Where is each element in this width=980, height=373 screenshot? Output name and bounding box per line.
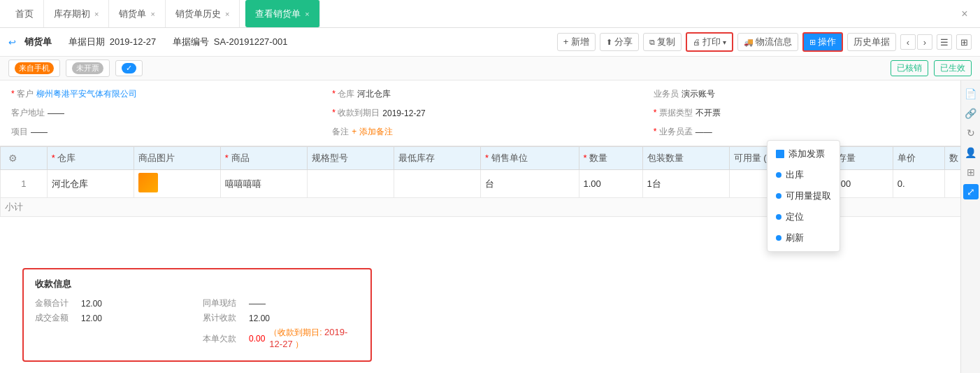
sidebar-document-icon[interactable]: 📄 xyxy=(963,86,979,101)
cumulative-label: 累计收款 xyxy=(203,312,245,324)
nav-arrows: ‹ › xyxy=(900,34,932,50)
tab-sales-history[interactable]: 销货单历史 × xyxy=(166,0,240,27)
prev-button[interactable]: ‹ xyxy=(900,34,916,50)
staff-row: 业务员 演示账号 xyxy=(654,86,969,102)
warehouse-label: 仓库 xyxy=(332,88,354,100)
sidebar-link-icon[interactable]: 🔗 xyxy=(963,106,979,121)
payment-section: 收款信息 金额合计 12.00 成交金额 12.00 xyxy=(22,268,372,362)
cumulative-payment-row: 累计收款 12.00 xyxy=(203,311,359,325)
locate-icon xyxy=(776,214,781,220)
address-value: —— xyxy=(48,108,64,118)
payment-left: 金额合计 12.00 成交金额 12.00 xyxy=(35,296,192,352)
available-qty-icon xyxy=(776,193,781,199)
secondary-toolbar: 来自手机 未开票 ✓ 已核销 已生效 xyxy=(0,57,980,80)
close-button[interactable]: × xyxy=(955,4,974,24)
payment-grid: 金额合计 12.00 成交金额 12.00 同单现结 —— xyxy=(35,296,359,352)
customer-label: 客户 xyxy=(11,88,34,100)
add-invoice-icon xyxy=(776,150,784,158)
status-buttons: 已核销 已生效 xyxy=(891,60,972,76)
settings-icon[interactable]: ⚙ xyxy=(5,150,20,166)
confirm-button[interactable]: ✓ xyxy=(115,60,143,76)
add-invoice-item[interactable]: 添加发票 xyxy=(768,143,840,164)
sold-status[interactable]: 已核销 xyxy=(891,60,928,76)
outbound-item[interactable]: 出库 xyxy=(768,164,840,185)
operation-button[interactable]: ⊞ 操作 xyxy=(802,32,843,52)
note-row: 备注 添加备注 xyxy=(332,124,647,140)
staff-value: 演示账号 xyxy=(682,88,715,100)
arrears-value: 0.00 xyxy=(249,334,265,344)
tab-sales[interactable]: 销货单 × xyxy=(109,0,165,27)
note-label: 备注 xyxy=(332,126,349,138)
col-price: 单价 xyxy=(893,147,944,170)
row-product-img xyxy=(134,170,220,198)
tab-inventory[interactable]: 库存期初 × xyxy=(44,0,109,27)
sidebar-rotate-icon[interactable]: ↻ xyxy=(963,125,979,141)
close-inventory-tab[interactable]: × xyxy=(94,10,99,18)
grid-view-button[interactable]: ⊞ xyxy=(956,34,972,50)
new-button[interactable]: + 新增 xyxy=(557,33,596,51)
salesman-label: 业务员孟 xyxy=(654,126,693,138)
project-value: —— xyxy=(31,127,48,137)
ticket-label: 票据类型 xyxy=(654,107,693,119)
arrears-label: 本单欠款 xyxy=(203,333,245,345)
doc-date-label: 单据日期 2019-12-27 xyxy=(69,36,156,48)
confirm-badge: ✓ xyxy=(122,63,136,73)
sidebar-user-icon[interactable]: 👤 xyxy=(963,145,979,160)
customer-row: 客户 柳州粤港平安气体有限公司 xyxy=(11,86,326,102)
col-pack-qty: 包装数量 xyxy=(642,147,729,170)
share-button[interactable]: ⬆ 分享 xyxy=(600,33,639,51)
row-unit: 台 xyxy=(480,170,579,198)
address-row: 客户地址 —— xyxy=(11,105,326,121)
refresh-item[interactable]: 刷新 xyxy=(768,227,840,248)
list-view-button[interactable]: ☰ xyxy=(937,34,952,50)
warehouse-row: 仓库 河北仓库 xyxy=(332,86,647,102)
project-label: 项目 xyxy=(11,126,28,138)
customer-value[interactable]: 柳州粤港平安气体有限公司 xyxy=(36,88,137,100)
col-min-stock: 最低库存 xyxy=(394,147,480,170)
history-button[interactable]: 历史单据 xyxy=(847,33,896,51)
ticket-row: 票据类型 不开票 xyxy=(654,105,969,121)
row-product: 嘻嘻嘻嘻 xyxy=(220,170,307,198)
total-value: 12.00 xyxy=(81,299,102,309)
not-open-badge: 未开票 xyxy=(72,62,103,74)
arrears-row: 本单欠款 0.00 （收款到期日: 2019-12-27 ） xyxy=(203,325,359,352)
deal-amount-value: 12.00 xyxy=(81,314,102,323)
tab-home[interactable]: 首页 xyxy=(6,0,44,27)
address-label: 客户地址 xyxy=(11,107,45,119)
close-view-sales-tab[interactable]: × xyxy=(305,10,309,18)
close-sales-tab[interactable]: × xyxy=(150,10,154,18)
refresh-icon xyxy=(776,235,781,241)
tab-view-sales[interactable]: 查看销货单 × xyxy=(245,0,319,27)
product-image xyxy=(138,173,158,192)
effective-status[interactable]: 已生效 xyxy=(934,60,972,76)
same-order-value: —— xyxy=(249,299,266,309)
row-spec xyxy=(307,170,394,198)
col-product: 商品 xyxy=(220,147,307,170)
main-wrapper: 客户 柳州粤港平安气体有限公司 仓库 河北仓库 业务员 演示账号 客户地址 ——… xyxy=(0,80,980,373)
col-warehouse: 仓库 xyxy=(47,147,134,170)
copy-button[interactable]: ⧉ 复制 xyxy=(643,33,682,51)
ticket-value: 不开票 xyxy=(696,107,721,119)
col-qty: 数量 xyxy=(579,147,642,170)
logistics-button[interactable]: 🚚 物流信息 xyxy=(737,33,798,51)
sidebar-table-icon[interactable]: ⊞ xyxy=(963,164,979,180)
sidebar-expand-icon[interactable]: ⤢ xyxy=(963,184,979,199)
next-button[interactable]: › xyxy=(917,34,932,50)
salesman-row: 业务员孟 —— xyxy=(654,124,969,140)
locate-item[interactable]: 定位 xyxy=(768,206,840,227)
not-open-button[interactable]: 未开票 xyxy=(66,59,110,77)
toolbar-right: + 新增 ⬆ 分享 ⧉ 复制 🖨 打印 ▾ 🚚 物流信息 ⊞ 操作 xyxy=(557,32,972,52)
close-sales-history-tab[interactable]: × xyxy=(225,10,229,18)
add-note-button[interactable]: 添加备注 xyxy=(352,126,392,138)
same-order-label: 同单现结 xyxy=(203,297,245,309)
staff-label: 业务员 xyxy=(654,88,679,100)
operation-dropdown: 添加发票 出库 可用量提取 定位 刷新 xyxy=(767,140,840,252)
row-price: 0. xyxy=(893,170,944,198)
from-phone-button[interactable]: 来自手机 xyxy=(8,59,60,77)
doc-icon: ↩ xyxy=(8,37,16,48)
cumulative-value: 12.00 xyxy=(249,314,270,323)
right-sidebar: 📄 🔗 ↻ 👤 ⊞ ⤢ xyxy=(960,80,980,373)
available-qty-item[interactable]: 可用量提取 xyxy=(768,185,840,206)
print-button[interactable]: 🖨 打印 ▾ xyxy=(686,32,733,52)
total-label: 金额合计 xyxy=(35,297,77,309)
